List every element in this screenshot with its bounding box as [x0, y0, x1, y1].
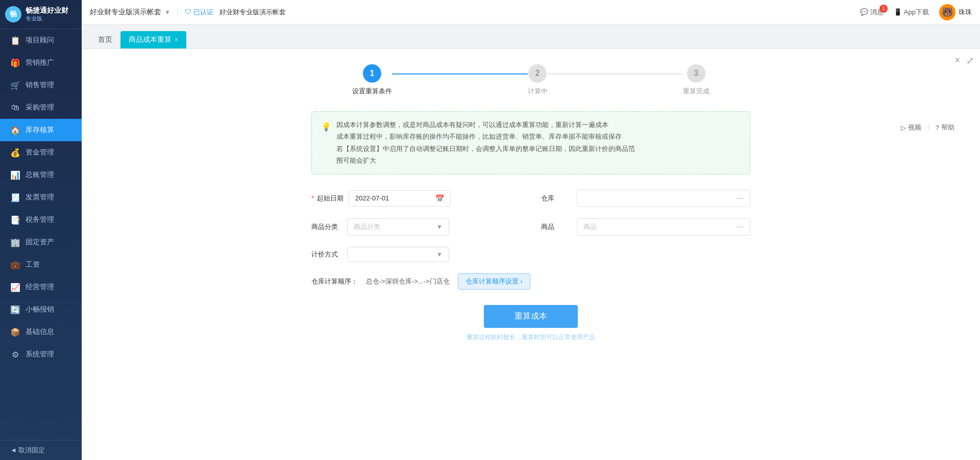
video-label: 视频 [908, 123, 921, 132]
sidebar-navigation: 📋 项目顾问 🎁 营销推广 🛒 销售管理 🛍 采购管理 🏠 库存核算 💰 资金管… [0, 29, 82, 440]
product-placeholder: 商品 [583, 222, 597, 232]
account-selector[interactable]: 好业财专业版演示帐套 ▼ [90, 8, 170, 17]
sidebar-item-purchase[interactable]: 🛍 采购管理 [0, 96, 82, 119]
sidebar-item-operations[interactable]: 📈 经营管理 [0, 276, 82, 298]
step-3-circle: 3 [687, 64, 705, 83]
user-avatar: 🐻 [939, 4, 955, 20]
form-row-2: 商品分类 商品分类 ▼ 商品 商品 ··· [311, 218, 750, 236]
product-category-label: 商品分类 [311, 222, 342, 232]
assets-icon: 🏢 [10, 237, 20, 247]
account-chevron-icon: ▼ [164, 9, 170, 16]
warehouse-label: 仓库 [541, 194, 572, 203]
product-field: 商品 商品 ··· [541, 218, 750, 236]
start-date-input[interactable]: 2022-07-01 📅 [349, 190, 451, 207]
logo-text-block: 畅捷通好业财 专业版 [26, 6, 68, 22]
sidebar-item-label: 小畅报销 [26, 305, 54, 314]
sidebar-item-invoice[interactable]: 🧾 发票管理 [0, 186, 82, 209]
sidebar-item-label: 基础信息 [26, 327, 54, 337]
product-category-placeholder: 商品分类 [354, 222, 380, 232]
warehouse-more-icon[interactable]: ··· [737, 194, 744, 203]
required-star: * [311, 194, 314, 202]
phone-icon: 📱 [894, 8, 902, 16]
submit-btn-label: 重算成本 [514, 312, 547, 320]
info-icon: 💡 [321, 120, 331, 135]
sidebar-item-label: 库存核算 [26, 125, 54, 135]
sidebar-item-accounting[interactable]: 📊 总账管理 [0, 164, 82, 186]
step-1: 1 设置重算条件 [352, 64, 392, 96]
sidebar-item-label: 工资 [26, 260, 40, 269]
product-category-field: 商品分类 商品分类 ▼ [311, 218, 521, 236]
sidebar-item-system[interactable]: ⚙ 系统管理 [0, 343, 82, 366]
product-category-select[interactable]: 商品分类 ▼ [347, 218, 449, 236]
sidebar-item-payroll[interactable]: 💼 工资 [0, 253, 82, 276]
info-line-3: 若【系统设置】中启用了自动调整记账日期时，会调整入库单的整单记账日期，因此重新计… [336, 143, 635, 155]
sidebar-item-sales[interactable]: 🛒 销售管理 [0, 74, 82, 96]
app-download-button[interactable]: 📱 App下载 [894, 8, 929, 17]
notification-button[interactable]: 💬 消息 1 [860, 8, 884, 17]
notification-count: 1 [879, 5, 888, 13]
sidebar-unpin[interactable]: ◄ 取消固定 [0, 440, 82, 460]
category-chevron-icon: ▼ [436, 223, 443, 231]
calc-order-label: 仓库计算顺序： [311, 277, 358, 286]
tab-home[interactable]: 首页 [90, 31, 120, 48]
operations-icon: 📈 [10, 282, 20, 292]
info-content: 因成本计算参数调整，或是对商品成本有疑问时，可以通过成本重算功能，重新计算一遍成… [336, 119, 635, 167]
warehouse-input[interactable]: ··· [577, 190, 750, 207]
sidebar-item-assets[interactable]: 🏢 固定资产 [0, 231, 82, 253]
pricing-method-field: 计价方式 ▼ [311, 247, 521, 262]
step-2-num: 2 [535, 69, 540, 78]
logo-title: 畅捷通好业财 [26, 6, 68, 15]
tab-home-label: 首页 [98, 35, 112, 44]
window-controls: × ⤢ [954, 55, 974, 66]
sidebar-item-label: 采购管理 [26, 103, 54, 112]
tabbar: 首页 商品成本重算 × [82, 24, 980, 49]
pricing-chevron-icon: ▼ [436, 251, 443, 258]
topbar: 好业财专业版演示帐套 ▼ | 🛡 已认证 好业财专业版演示帐套 💬 消息 1 📱… [82, 0, 980, 24]
help-link-btn[interactable]: ? 帮助 [936, 123, 954, 132]
app-download-label: App下载 [904, 8, 929, 17]
invoice-icon: 🧾 [10, 192, 20, 202]
calc-order-settings-button[interactable]: 仓库计算顺序设置 › [458, 273, 530, 290]
submit-recalc-button[interactable]: 重算成本 [484, 305, 578, 328]
sidebar-item-basics[interactable]: 📦 基础信息 [0, 321, 82, 343]
sidebar-item-expense[interactable]: 🔄 小畅报销 [0, 298, 82, 321]
start-date-field: * 起始日期 2022-07-01 📅 [311, 190, 521, 207]
sidebar-item-label: 总账管理 [26, 170, 54, 180]
sidebar-item-marketing[interactable]: 🎁 营销推广 [0, 52, 82, 74]
purchase-icon: 🛍 [10, 103, 20, 113]
calc-order-row: 仓库计算顺序： 总仓->深圳仓库->...->门店仓 仓库计算顺序设置 › [311, 273, 750, 290]
step-2-label: 计算中 [528, 87, 548, 96]
tab-cost-recalc[interactable]: 商品成本重算 × [120, 31, 186, 48]
product-input[interactable]: 商品 ··· [577, 218, 750, 236]
recalc-form: * 起始日期 2022-07-01 📅 仓库 ··· [311, 190, 750, 342]
tab-close-icon[interactable]: × [175, 36, 178, 43]
play-icon: ▷ [901, 124, 906, 132]
pricing-method-label: 计价方式 [311, 250, 342, 259]
info-box: 💡 因成本计算参数调整，或是对商品成本有疑问时，可以通过成本重算功能，重新计算一… [311, 111, 750, 174]
calc-order-btn-label: 仓库计算顺序设置 › [465, 277, 523, 286]
product-more-icon[interactable]: ··· [737, 222, 744, 232]
submit-section: 重算成本 重算过程耗时较长，重算时您可以正常使用产品 [311, 305, 750, 342]
tab-cost-recalc-label: 商品成本重算 [129, 35, 172, 44]
step-connector-2 [548, 73, 683, 74]
sidebar-item-finance[interactable]: 💰 资金管理 [0, 141, 82, 164]
basics-icon: 📦 [10, 327, 20, 337]
start-date-value: 2022-07-01 [355, 194, 389, 202]
steps-progress: 1 设置重算条件 2 计算中 3 重算完成 [352, 64, 709, 96]
help-divider: | [927, 123, 929, 132]
help-label: 帮助 [941, 123, 954, 132]
user-menu[interactable]: 🐻 珠珠 [939, 4, 972, 20]
video-link[interactable]: ▷ 视频 [901, 123, 921, 132]
pricing-method-select[interactable]: ▼ [347, 247, 449, 262]
info-line-1: 因成本计算参数调整，或是对商品成本有疑问时，可以通过成本重算功能，重新计算一遍成… [336, 119, 635, 131]
maximize-window-icon[interactable]: ⤢ [966, 55, 974, 66]
sidebar-item-project[interactable]: 📋 项目顾问 [0, 29, 82, 52]
help-links: ▷ 视频 | ? 帮助 [901, 123, 954, 132]
sidebar-item-inventory[interactable]: 🏠 库存核算 [0, 119, 82, 141]
close-window-icon[interactable]: × [954, 55, 960, 66]
sidebar-item-tax[interactable]: 📑 税务管理 [0, 209, 82, 231]
sales-icon: 🛒 [10, 80, 20, 90]
info-line-4: 围可能会扩大 [336, 155, 635, 166]
logo-subtitle: 专业版 [26, 15, 68, 22]
sidebar: 畅 畅捷通好业财 专业版 📋 项目顾问 🎁 营销推广 🛒 销售管理 🛍 采购管理… [0, 0, 82, 460]
